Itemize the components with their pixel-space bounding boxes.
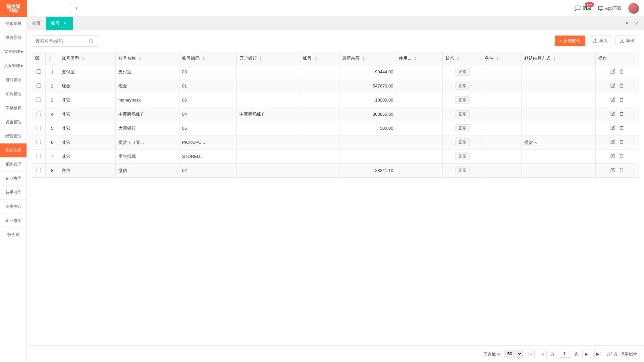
header-search-input[interactable] <box>32 4 72 13</box>
row-select[interactable] <box>32 135 46 149</box>
row-usage <box>396 107 443 121</box>
row-select[interactable] <box>32 65 46 79</box>
delete-button[interactable] <box>618 153 625 160</box>
search-button[interactable] <box>86 36 97 46</box>
sidebar-item-guide[interactable]: 新手引导 <box>0 186 26 200</box>
col-settings[interactable] <box>32 52 46 65</box>
col-type[interactable]: 账号类型 <box>59 52 116 65</box>
row-usage <box>396 135 443 149</box>
row-bank: 中百商场账户 <box>236 107 300 121</box>
col-account[interactable]: 账号 <box>300 52 339 65</box>
row-select[interactable] <box>32 79 46 93</box>
sidebar-item-purchase[interactable]: 采购管理 <box>0 87 26 101</box>
row-checkbox[interactable] <box>37 112 41 116</box>
col-default-payment[interactable]: 默认结算方式 <box>521 52 595 65</box>
row-checkbox[interactable] <box>37 126 41 130</box>
row-status: 正常 <box>443 135 482 149</box>
edit-button[interactable] <box>609 68 616 75</box>
search-input[interactable] <box>32 37 86 46</box>
row-status: 正常 <box>443 93 482 107</box>
row-num: 4 <box>46 107 59 121</box>
row-bank <box>236 135 300 149</box>
delete-button[interactable] <box>618 125 625 132</box>
sidebar-item-quick[interactable]: 快捷导航 <box>0 31 26 45</box>
sidebar-item-wechat[interactable]: 企业微信 <box>0 214 26 228</box>
delete-button[interactable] <box>618 82 625 89</box>
row-checkbox[interactable] <box>37 154 41 158</box>
tab-close-button[interactable]: ✕ <box>62 21 68 26</box>
col-usage[interactable]: 使用... <box>396 52 443 65</box>
tab-account[interactable]: 账号 ✕ <box>46 17 73 30</box>
sidebar-item-cooperation[interactable]: 企业协同 <box>0 172 26 186</box>
edit-button[interactable] <box>609 82 616 89</box>
row-usage <box>396 149 443 164</box>
edit-button[interactable] <box>609 167 616 174</box>
delete-button[interactable] <box>618 167 625 174</box>
sidebar-item-basic[interactable]: 基础信息 <box>0 143 26 158</box>
edit-button[interactable] <box>609 125 616 132</box>
delete-button[interactable] <box>618 139 625 146</box>
prev-page-button[interactable]: ◀ <box>538 350 547 358</box>
next-page-button[interactable]: ▶ <box>582 350 591 358</box>
row-select[interactable] <box>32 164 46 178</box>
row-checkbox[interactable] <box>37 168 41 172</box>
sidebar-item-operations[interactable]: 经营管理 <box>0 129 26 143</box>
chevron-down-icon: ▾ <box>21 50 23 54</box>
page-input[interactable] <box>558 350 571 358</box>
message-badge: 99+ <box>585 2 594 7</box>
col-balance[interactable]: 最新余额 <box>339 52 396 65</box>
col-name[interactable]: 账号名称 <box>115 52 179 65</box>
sidebar-item-ecommerce[interactable]: 电商管理 <box>0 73 26 87</box>
total-label: 共1页，8条记录 <box>606 351 637 357</box>
tab-expand-button[interactable]: ⤢ <box>633 19 641 27</box>
dropdown-icon[interactable]: ▾ <box>75 6 78 11</box>
row-name: 支付宝 <box>115 65 179 79</box>
sidebar-item-retail[interactable]: 零售管理 ▾ <box>0 45 26 59</box>
delete-button[interactable] <box>618 68 625 75</box>
app-download-button[interactable]: App下载 <box>598 5 622 11</box>
edit-button[interactable] <box>609 153 616 160</box>
row-checkbox[interactable] <box>37 83 41 88</box>
row-checkbox[interactable] <box>37 140 41 144</box>
import-button[interactable]: 导入 <box>589 36 612 46</box>
sidebar-item-inventory[interactable]: 库存核算 <box>0 101 26 115</box>
last-page-button[interactable]: ▶| <box>594 350 603 358</box>
row-select[interactable] <box>32 121 46 135</box>
col-bank[interactable]: 开户银行 <box>236 52 300 65</box>
row-select[interactable] <box>32 93 46 107</box>
sort-account <box>314 57 317 60</box>
sidebar-item-wholesale[interactable]: 批发管理 ▾ <box>0 59 26 73</box>
sort-code <box>202 57 205 60</box>
col-status[interactable]: 状态 <box>443 52 482 65</box>
add-account-button[interactable]: + 新增账号 <box>555 36 585 46</box>
col-remark[interactable]: 备注 <box>482 52 521 65</box>
sidebar-item-system[interactable]: 系统管理 <box>0 158 26 172</box>
svg-point-7 <box>37 57 38 59</box>
chevron-down-icon: ▾ <box>21 64 23 68</box>
message-icon <box>574 5 581 12</box>
edit-button[interactable] <box>609 97 616 104</box>
edit-button[interactable] <box>609 139 616 146</box>
first-page-button[interactable]: |◀ <box>526 350 535 358</box>
sidebar-item-member[interactable]: 畅会员 <box>0 228 26 242</box>
row-checkbox[interactable] <box>37 98 41 102</box>
delete-button[interactable] <box>618 111 625 118</box>
edit-button[interactable] <box>609 111 616 118</box>
page-size-select[interactable]: 50 100 <box>504 350 523 358</box>
tab-bar: 首页 账号 ✕ ✕ ⤢ <box>27 17 644 30</box>
avatar[interactable] <box>628 3 639 14</box>
message-button[interactable]: 99+ 消息 <box>574 5 591 12</box>
row-select[interactable] <box>32 107 46 121</box>
row-actions <box>595 65 639 79</box>
row-balance: 547670.00 <box>339 79 396 93</box>
sidebar-item-search[interactable]: 搜索菜单 <box>0 17 26 31</box>
col-code[interactable]: 账号编码 <box>179 52 236 65</box>
row-checkbox[interactable] <box>37 69 41 74</box>
sidebar-item-funds[interactable]: 资金管理 <box>0 115 26 129</box>
tab-home[interactable]: 首页 <box>27 17 46 30</box>
row-select[interactable] <box>32 149 46 164</box>
export-button[interactable]: 导出 <box>615 36 639 46</box>
tab-close-all-button[interactable]: ✕ <box>623 19 631 27</box>
delete-button[interactable] <box>618 97 625 104</box>
sidebar-item-appcenter[interactable]: 应用中心 <box>0 200 26 214</box>
